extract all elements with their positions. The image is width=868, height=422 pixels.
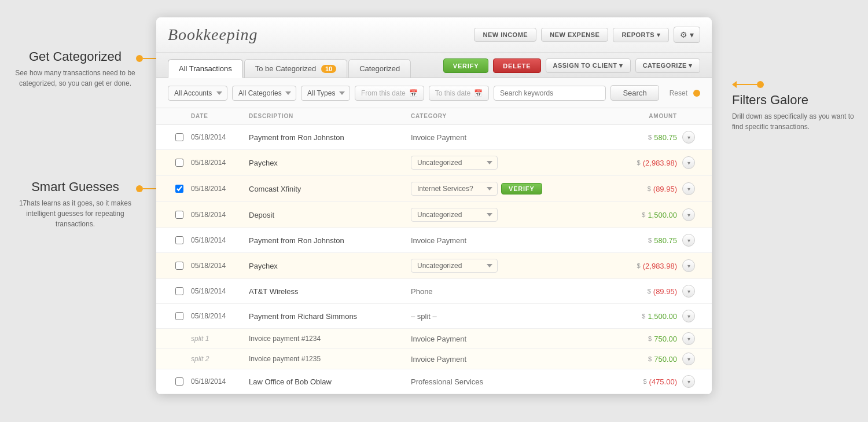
row8-amount-value: 1,500.00 <box>648 312 677 321</box>
row7-action-btn[interactable]: ▾ <box>682 285 695 298</box>
settings-button[interactable]: ⚙ ▾ <box>674 27 700 43</box>
row3-action-btn[interactable]: ▾ <box>682 182 695 195</box>
table-row: 05/18/2014 Law Office of Bob Oblaw Profe… <box>156 369 712 394</box>
from-date-filter[interactable]: From this date 📅 <box>355 86 424 101</box>
right-arrow-line <box>737 84 757 85</box>
new-income-button[interactable]: NEW INCOME <box>474 28 536 42</box>
row7-dollar: $ <box>648 288 651 295</box>
row4-checkbox-cell <box>168 211 191 219</box>
table-row: 05/18/2014 Payment from Richard Simmons … <box>156 304 712 329</box>
row4-checkbox[interactable] <box>175 211 183 219</box>
row9-dollar: $ <box>648 335 652 342</box>
row11-checkbox[interactable] <box>175 377 183 386</box>
row1-amount: $580.75 <box>608 133 677 142</box>
row10-action-btn[interactable]: ▾ <box>682 353 695 365</box>
row7-amount: $(89.95) <box>608 287 677 296</box>
right-annotation-text: Drill down as specifically as you want t… <box>732 111 859 132</box>
row5-checkbox-cell <box>168 236 191 244</box>
row3-date: 05/18/2014 <box>191 185 249 193</box>
row5-date: 05/18/2014 <box>191 236 249 244</box>
to-date-placeholder: To this date <box>435 89 470 97</box>
row3-verify-button[interactable]: VERIFY <box>501 183 542 195</box>
row2-category-select[interactable]: Uncategorized <box>411 156 498 170</box>
row4-category-select[interactable]: Uncategorized <box>411 208 498 222</box>
row11-action-btn[interactable]: ▾ <box>682 375 695 388</box>
row2-action-btn[interactable]: ▾ <box>682 156 695 169</box>
left-annotation-bottom-text: 17hats learns as it goes, so it makes in… <box>12 198 139 229</box>
left-annotation-bottom-title: Smart Guesses <box>12 179 139 195</box>
row5-action-btn[interactable]: ▾ <box>682 234 695 247</box>
row6-action-btn[interactable]: ▾ <box>682 259 695 272</box>
row3-checkbox[interactable] <box>175 185 183 193</box>
row5-amount-value: 580.75 <box>654 236 677 245</box>
row3-checkbox-cell <box>168 185 191 193</box>
row8-date: 05/18/2014 <box>191 312 249 320</box>
row2-date: 05/18/2014 <box>191 159 249 167</box>
verify-button[interactable]: VERIFY <box>443 58 489 73</box>
row7-action: ▾ <box>677 285 700 298</box>
row9-description: Invoice payment #1234 <box>249 335 411 343</box>
row10-amount-value: 750.00 <box>654 355 677 364</box>
tab-categorized[interactable]: Categorized <box>348 59 411 78</box>
row8-dollar: $ <box>642 313 645 320</box>
reset-orange-dot <box>693 90 700 97</box>
keywords-input[interactable] <box>494 86 606 101</box>
tab-all-transactions[interactable]: All Transactions <box>168 59 243 78</box>
row9-action-btn[interactable]: ▾ <box>682 332 695 345</box>
tab-to-be-categorized[interactable]: To be Categorized 10 <box>244 59 347 78</box>
row1-checkbox[interactable] <box>175 133 183 141</box>
categorize-button[interactable]: CATEGORIZE ▾ <box>635 58 700 73</box>
row11-amount: $(475.00) <box>608 377 677 386</box>
left-annotation-bottom: Smart Guesses 17hats learns as it goes, … <box>12 179 139 229</box>
from-calendar-icon: 📅 <box>409 89 418 97</box>
all-categories-select[interactable]: All Categories <box>232 86 296 101</box>
row6-amount: $(2,983.98) <box>608 262 677 270</box>
all-accounts-select[interactable]: All Accounts <box>168 86 227 101</box>
row10-description: Invoice payment #1235 <box>249 355 411 363</box>
left-annotation-top-text: See how many transactions need to be cat… <box>12 68 139 89</box>
row7-checkbox[interactable] <box>175 287 183 295</box>
row8-checkbox[interactable] <box>175 312 183 320</box>
all-types-select[interactable]: All Types <box>301 86 350 101</box>
reports-button[interactable]: REPORTS ▾ <box>613 28 669 42</box>
row11-dollar: $ <box>643 378 646 385</box>
row3-description: Comcast Xfinity <box>249 185 411 193</box>
row6-category-select[interactable]: Uncategorized <box>411 259 498 273</box>
row11-amount-value: (475.00) <box>649 377 677 386</box>
row1-action: ▾ <box>677 131 700 144</box>
row10-category: Invoice Payment <box>411 355 573 364</box>
tab-bar: All Transactions To be Categorized 10 Ca… <box>156 53 712 78</box>
row6-date: 05/18/2014 <box>191 262 249 270</box>
row4-action: ▾ <box>677 208 700 221</box>
row11-checkbox-cell <box>168 377 191 386</box>
row2-dollar: $ <box>637 159 641 166</box>
row6-checkbox[interactable] <box>175 262 183 270</box>
row8-action-btn[interactable]: ▾ <box>682 310 695 322</box>
table-row: 05/18/2014 Paychex Uncategorized $(2,983… <box>156 150 712 176</box>
row6-category-cell: Uncategorized <box>411 259 573 273</box>
row1-action-btn[interactable]: ▾ <box>682 131 695 144</box>
transactions-table: DATE DESCRIPTION CATEGORY AMOUNT 05/18/2… <box>156 108 712 394</box>
row5-checkbox[interactable] <box>175 236 183 244</box>
row7-date: 05/18/2014 <box>191 287 249 295</box>
new-expense-button[interactable]: NEW EXPENSE <box>541 28 608 42</box>
reset-button[interactable]: Reset <box>664 86 693 100</box>
delete-button[interactable]: DELETE <box>493 58 540 73</box>
row3-category-select[interactable]: Internet Services? <box>411 182 498 196</box>
assign-to-client-button[interactable]: ASSIGN TO CLIENT ▾ <box>546 58 631 73</box>
header-date: DATE <box>191 113 249 119</box>
row2-category-cell: Uncategorized <box>411 156 573 170</box>
row4-action-btn[interactable]: ▾ <box>682 208 695 221</box>
row5-action: ▾ <box>677 234 700 247</box>
row9-split-label: split 1 <box>191 335 249 343</box>
from-date-placeholder: From this date <box>361 89 406 97</box>
search-button[interactable]: Search <box>610 85 659 101</box>
row2-checkbox[interactable] <box>175 159 183 167</box>
header-description: DESCRIPTION <box>249 113 411 119</box>
to-date-filter[interactable]: To this date 📅 <box>429 86 489 101</box>
right-orange-dot <box>757 81 764 88</box>
left-annotation-top-title: Get Categorized <box>12 49 139 64</box>
app-logo: Bookkeeping <box>168 25 258 44</box>
right-arrow-head <box>732 81 737 88</box>
row5-amount: $580.75 <box>608 236 677 245</box>
